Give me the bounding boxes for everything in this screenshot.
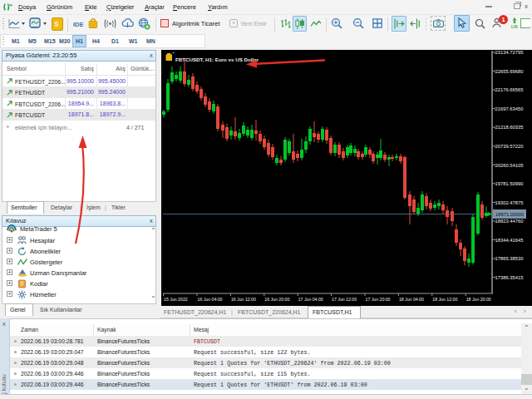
svg-text:17 Jun 04:00: 17 Jun 04:00 (298, 297, 323, 302)
svg-text:18 Jun 12:00: 18 Jun 12:00 (432, 297, 457, 302)
svg-text:LVL: LVL (511, 24, 518, 29)
svg-text:16 Jun 04:00: 16 Jun 04:00 (198, 297, 223, 302)
svg-text:19781.50990: 19781.50990 (495, 181, 524, 186)
svg-text:19302.47875: 19302.47875 (495, 200, 524, 205)
svg-text:20260.54105: 20260.54105 (495, 163, 524, 168)
svg-text:18344.41645: 18344.41645 (495, 238, 524, 243)
svg-text:17 Jun 12:00: 17 Jun 12:00 (332, 297, 357, 302)
svg-text:21218.60335: 21218.60335 (495, 125, 524, 130)
svg-text:18 Jun 20:00: 18 Jun 20:00 (466, 297, 491, 302)
svg-text:18971.00000: 18971.00000 (495, 212, 524, 217)
svg-text:17 Jun 20:00: 17 Jun 20:00 (366, 297, 391, 302)
svg-text:16 Jun 20:00: 16 Jun 20:00 (264, 297, 289, 302)
svg-text:18823.44760: 18823.44760 (495, 219, 524, 224)
svg-text:21697.63450: 21697.63450 (495, 106, 524, 111)
svg-text:18 Jun 04:00: 18 Jun 04:00 (399, 297, 424, 302)
svg-text:20739.57220: 20739.57220 (495, 144, 524, 149)
svg-text:17865.38530: 17865.38530 (495, 256, 524, 261)
svg-text:16 Jun 12:00: 16 Jun 12:00 (231, 297, 256, 302)
svg-text:22655.69680: 22655.69680 (495, 69, 524, 74)
svg-text:17386.35415: 17386.35415 (495, 275, 524, 280)
svg-text:15 Jun 2022: 15 Jun 2022 (164, 297, 188, 302)
svg-text:FBTCUSDT, H1: Euro vs US Doll: FBTCUSDT, H1: Euro vs US Dollar (175, 57, 259, 62)
svg-text:23134.72795: 23134.72795 (495, 50, 524, 55)
svg-text:22176.66565: 22176.66565 (495, 87, 524, 92)
